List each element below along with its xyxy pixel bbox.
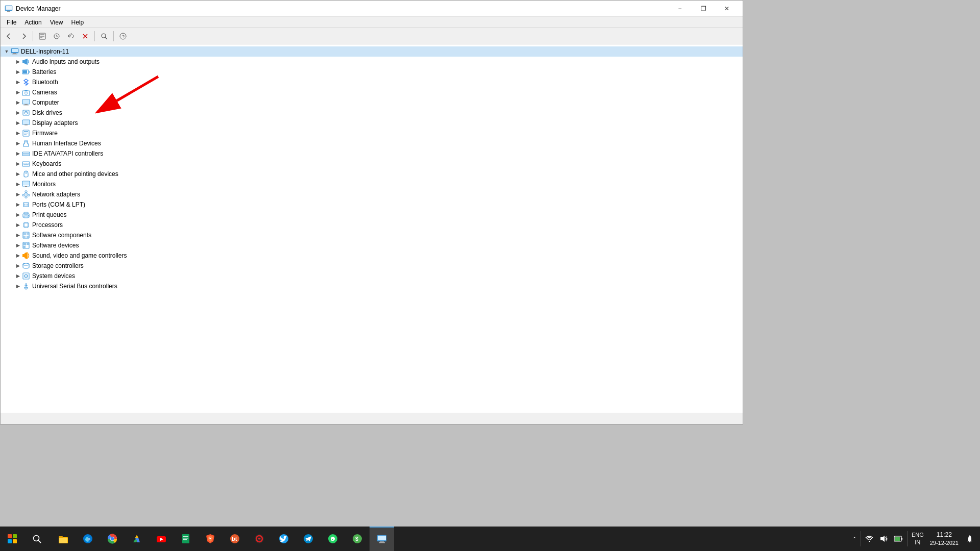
tree-expander[interactable] — [14, 211, 22, 219]
svg-rect-90 — [24, 223, 28, 227]
svg-marker-114 — [16, 274, 20, 278]
tree-item-label: System devices — [32, 272, 75, 280]
money-icon[interactable]: $ — [345, 527, 370, 551]
tree-item-storage[interactable]: Storage controllers — [11, 261, 743, 271]
tree-expander[interactable] — [14, 58, 22, 66]
tree-expander[interactable] — [14, 160, 22, 168]
tree-expander[interactable] — [14, 109, 22, 117]
tree-item-sound[interactable]: Sound, video and game controllers — [11, 251, 743, 261]
start-button[interactable] — [0, 527, 24, 551]
tree-item-print[interactable]: Print queues — [11, 210, 743, 220]
brave-icon[interactable] — [198, 527, 223, 551]
back-button[interactable] — [3, 30, 16, 42]
tree-expander[interactable] — [14, 201, 22, 209]
svg-line-12 — [105, 37, 107, 39]
language-indicator[interactable]: ENG IN — [909, 527, 927, 551]
telegram-icon[interactable] — [296, 527, 321, 551]
tree-expander[interactable] — [14, 252, 22, 260]
tree-item-softd[interactable]: Software devices — [11, 240, 743, 251]
tree-item-bluetooth[interactable]: Bluetooth — [11, 77, 743, 87]
menu-bar: File Action View Help — [1, 17, 743, 28]
tree-expander[interactable] — [14, 68, 22, 76]
youtube-icon[interactable] — [149, 527, 174, 551]
tree-item-label: Audio inputs and outputs — [32, 58, 100, 65]
tree-expander[interactable] — [14, 272, 22, 280]
tree-item-hid[interactable]: Human Interface Devices — [11, 138, 743, 148]
tree-item-port[interactable]: Ports (COM & LPT) — [11, 199, 743, 210]
tree-expander[interactable] — [14, 119, 22, 127]
tree-item-network[interactable]: Network adapters — [11, 189, 743, 199]
tree-item-mouse[interactable]: Mice and other pointing devices — [11, 169, 743, 179]
tree-item-display[interactable]: Display adapters — [11, 118, 743, 128]
tree-item-label: Disk drives — [32, 109, 62, 116]
tree-expander[interactable] — [14, 78, 22, 86]
uninstall-button[interactable] — [79, 30, 92, 42]
tree-expander[interactable] — [14, 170, 22, 178]
google-drive-icon[interactable] — [125, 527, 149, 551]
sheets-icon[interactable] — [174, 527, 198, 551]
tree-expander[interactable] — [14, 139, 22, 147]
tree-item-system[interactable]: System devices — [11, 271, 743, 281]
help-button[interactable]: ? — [116, 30, 130, 42]
notification-button[interactable] — [962, 527, 978, 551]
tree-item-battery[interactable]: Batteries — [11, 67, 743, 77]
tree-expander[interactable] — [14, 88, 22, 96]
bittorrent-icon[interactable]: bt — [223, 527, 247, 551]
tree-expander[interactable] — [14, 221, 22, 229]
tree-item-proc[interactable]: Processors — [11, 220, 743, 230]
tree-item-usb[interactable]: Universal Serial Bus controllers — [11, 281, 743, 291]
tree-item-audio[interactable]: Audio inputs and outputs — [11, 57, 743, 67]
svg-rect-27 — [22, 91, 30, 95]
wifi-icon-button[interactable] — [862, 527, 876, 551]
properties-button[interactable] — [36, 30, 49, 42]
tree-item-firmware[interactable]: Firmware — [11, 128, 743, 138]
update-driver-button[interactable] — [50, 30, 63, 42]
tree-expander[interactable] — [14, 98, 22, 107]
tree-item-computer2[interactable]: Computer — [11, 97, 743, 108]
tree-item-softc[interactable]: Software components — [11, 230, 743, 240]
tree-expander[interactable] — [14, 262, 22, 270]
menu-help[interactable]: Help — [67, 18, 88, 27]
scan-button[interactable] — [97, 30, 111, 42]
tree-expander[interactable] — [14, 180, 22, 188]
battery-icon-button[interactable] — [891, 527, 906, 551]
restore-button[interactable]: ❐ — [692, 1, 715, 17]
twitter-icon[interactable] — [272, 527, 296, 551]
chrome-icon[interactable] — [100, 527, 125, 551]
device-tree-content[interactable]: ▼ DELL-Inspiron-11 Audio inputs and outp… — [1, 44, 743, 413]
volume-icon-button[interactable] — [876, 527, 891, 551]
tree-expander[interactable] — [14, 149, 22, 158]
tree-item-disk[interactable]: Disk drives — [11, 108, 743, 118]
opera-gx-icon[interactable] — [247, 527, 272, 551]
edge-icon[interactable] — [76, 527, 100, 551]
tree-item-ide[interactable]: IDE ATA/ATAPI controllers — [11, 148, 743, 159]
tree-expander[interactable] — [14, 241, 22, 249]
menu-file[interactable]: File — [3, 18, 20, 27]
tree-item-keyboard[interactable]: Keyboards — [11, 159, 743, 169]
tree-item-label: Universal Serial Bus controllers — [32, 283, 117, 290]
svg-rect-107 — [23, 243, 26, 245]
minimize-button[interactable]: − — [668, 1, 692, 17]
forward-button[interactable] — [17, 30, 30, 42]
close-button[interactable]: ✕ — [715, 1, 739, 17]
tree-expander[interactable] — [14, 190, 22, 198]
tree-expander[interactable] — [14, 231, 22, 239]
whatsapp-icon[interactable] — [321, 527, 345, 551]
svg-marker-64 — [16, 172, 20, 176]
tree-expander[interactable] — [14, 282, 22, 290]
rollback-button[interactable] — [64, 30, 78, 42]
devmgr-taskbar-icon[interactable] — [370, 527, 394, 551]
tree-expander[interactable] — [14, 129, 22, 137]
svg-marker-26 — [16, 91, 20, 94]
clock-display[interactable]: 11:22 29-12-2021 — [927, 527, 962, 551]
svg-rect-154 — [380, 541, 384, 542]
tree-item-monitor[interactable]: Monitors — [11, 179, 743, 189]
search-button[interactable] — [24, 527, 49, 551]
svg-rect-101 — [23, 233, 26, 235]
tree-item-camera[interactable]: Cameras — [11, 87, 743, 97]
file-explorer-icon[interactable] — [51, 527, 76, 551]
menu-view[interactable]: View — [46, 18, 67, 27]
menu-action[interactable]: Action — [20, 18, 45, 27]
chevron-up-button[interactable]: ⌃ — [849, 527, 860, 551]
tree-root-item[interactable]: ▼ DELL-Inspiron-11 — [1, 46, 743, 57]
